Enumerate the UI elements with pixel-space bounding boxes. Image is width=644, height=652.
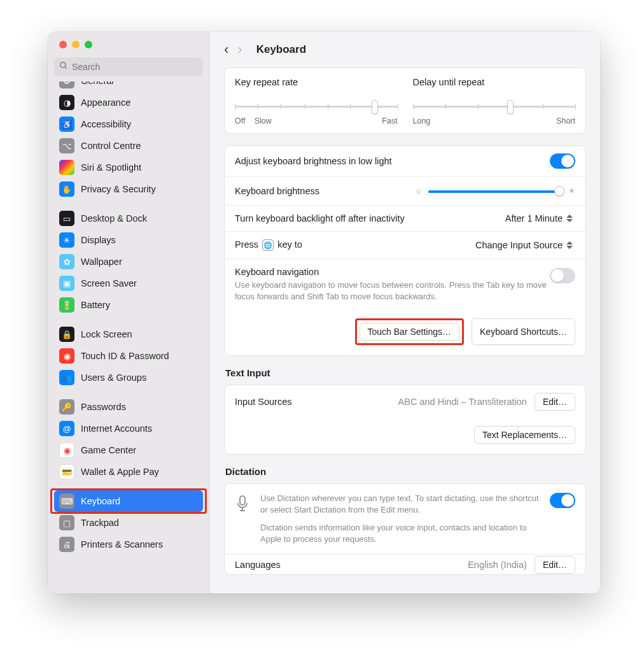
sidebar-item-control-centre[interactable]: ⌥Control Centre xyxy=(54,135,203,157)
battery-icon: 🔋 xyxy=(59,297,74,313)
sidebar-item-label: Wallpaper xyxy=(81,257,122,267)
slider-max-label: Short xyxy=(556,117,575,125)
touch-bar-settings-button[interactable]: Touch Bar Settings… xyxy=(360,323,460,341)
close-window-button[interactable] xyxy=(59,41,67,48)
keyboard-brightness-slider[interactable] xyxy=(428,185,562,197)
sidebar: ⚙General ◑Appearance ♿Accessibility ⌥Con… xyxy=(48,32,210,593)
sidebar-item-wallet[interactable]: 💳Wallet & Apple Pay xyxy=(54,461,203,483)
sidebar-item-label: Passwords xyxy=(81,402,126,412)
keyboard-navigation-description: Use keyboard navigation to move focus be… xyxy=(235,280,550,302)
sidebar-item-label: Privacy & Security xyxy=(81,184,156,194)
sidebar-item-wallpaper[interactable]: ✿Wallpaper xyxy=(54,251,203,273)
keyboard-navigation-toggle[interactable] xyxy=(550,268,575,283)
auto-brightness-toggle[interactable] xyxy=(550,153,575,169)
delay-until-repeat-group: Delay until repeat Long Short xyxy=(413,77,576,125)
flower-icon: ✿ xyxy=(59,254,74,269)
keyboard-brightness-label: Keyboard brightness xyxy=(235,186,319,196)
sidebar-item-lock-screen[interactable]: 🔒Lock Screen xyxy=(54,323,203,345)
dock-icon: ▭ xyxy=(59,211,74,226)
backlight-off-stepper[interactable] xyxy=(566,215,575,222)
keyboard-shortcuts-button[interactable]: Keyboard Shortcuts… xyxy=(472,318,575,345)
siri-icon xyxy=(59,160,74,175)
accessibility-icon: ♿ xyxy=(59,117,74,132)
press-globe-label: Press 🌐 key to xyxy=(235,239,302,251)
sidebar-item-screensaver[interactable]: ▣Screen Saver xyxy=(54,273,203,294)
window-controls xyxy=(48,32,209,57)
press-globe-stepper[interactable] xyxy=(566,241,575,249)
sidebar-item-label: Accessibility xyxy=(81,119,131,129)
header: ‹ › Keyboard xyxy=(210,32,600,67)
brightness-low-icon: ☼ xyxy=(415,187,422,195)
slider-max-label: Fast xyxy=(382,117,397,125)
zoom-window-button[interactable] xyxy=(85,41,92,48)
sidebar-item-internet-accounts[interactable]: @Internet Accounts xyxy=(54,418,203,439)
sidebar-item-label: Displays xyxy=(81,235,116,245)
auto-brightness-label: Adjust keyboard brightness in low light xyxy=(235,156,392,166)
backlight-off-value: After 1 Minute xyxy=(505,213,563,223)
page-title: Keyboard xyxy=(256,43,306,56)
sidebar-item-users-groups[interactable]: 👥Users & Groups xyxy=(54,367,203,388)
key-icon: 🔑 xyxy=(59,399,74,415)
minimize-window-button[interactable] xyxy=(72,41,80,48)
sidebar-list: ⚙General ◑Appearance ♿Accessibility ⌥Con… xyxy=(48,82,209,593)
text-replacements-button[interactable]: Text Replacements… xyxy=(474,426,575,444)
search-input[interactable] xyxy=(72,62,198,72)
sidebar-item-privacy[interactable]: ✋Privacy & Security xyxy=(54,178,203,200)
sidebar-item-touch-id[interactable]: ◉Touch ID & Password xyxy=(54,345,203,367)
input-sources-label: Input Sources xyxy=(235,397,291,407)
sidebar-item-label: Screen Saver xyxy=(81,278,137,288)
keyboard-navigation-label: Keyboard navigation xyxy=(235,267,550,277)
delay-until-repeat-slider[interactable] xyxy=(413,100,576,113)
sidebar-item-label: Game Center xyxy=(81,445,136,455)
input-sources-edit-button[interactable]: Edit… xyxy=(535,393,575,411)
dictation-toggle[interactable] xyxy=(550,493,575,508)
svg-point-0 xyxy=(60,62,66,67)
forward-button[interactable]: › xyxy=(237,41,242,58)
svg-rect-2 xyxy=(240,496,245,505)
keyboard-settings-panel: Adjust keyboard brightness in low light … xyxy=(224,145,586,356)
globe-icon: 🌐 xyxy=(262,239,274,251)
sidebar-item-keyboard[interactable]: ⌨ Keyboard xyxy=(54,490,203,512)
text-input-panel: Input Sources ABC and Hindi – Transliter… xyxy=(224,385,586,455)
sidebar-item-game-center[interactable]: ◉Game Center xyxy=(54,439,203,461)
sidebar-item-desktop-dock[interactable]: ▭Desktop & Dock xyxy=(54,208,203,229)
sidebar-item-appearance[interactable]: ◑Appearance xyxy=(54,92,203,113)
key-repeat-panel: Key repeat rate Off Slow Fast xyxy=(224,67,586,134)
search-icon xyxy=(59,61,68,73)
dictation-heading: Dictation xyxy=(225,466,586,477)
sidebar-item-label: Users & Groups xyxy=(81,372,146,383)
at-icon: @ xyxy=(59,421,74,436)
main-content: ‹ › Keyboard Key repeat rate Off xyxy=(210,32,600,593)
highlight-annotation: Touch Bar Settings… xyxy=(355,318,465,345)
sidebar-item-label: Siri & Spotlight xyxy=(81,162,141,173)
dictation-languages-edit-button[interactable]: Edit… xyxy=(535,556,575,574)
screensaver-icon: ▣ xyxy=(59,276,74,291)
dictation-panel: Use Dictation wherever you can type text… xyxy=(224,483,586,576)
sidebar-item-label: Control Centre xyxy=(81,141,141,151)
sidebar-item-accessibility[interactable]: ♿Accessibility xyxy=(54,113,203,135)
lock-icon: 🔒 xyxy=(59,327,74,342)
wallet-icon: 💳 xyxy=(59,464,74,479)
key-repeat-rate-group: Key repeat rate Off Slow Fast xyxy=(235,77,398,125)
sidebar-item-passwords[interactable]: 🔑Passwords xyxy=(54,396,203,418)
sidebar-item-label: Battery xyxy=(81,300,110,310)
appearance-icon: ◑ xyxy=(59,95,74,110)
sidebar-item-battery[interactable]: 🔋Battery xyxy=(54,294,203,316)
brightness-high-icon: ☀ xyxy=(568,187,575,195)
sidebar-item-displays[interactable]: ☀Displays xyxy=(54,229,203,251)
delay-until-repeat-label: Delay until repeat xyxy=(413,77,576,87)
key-repeat-rate-label: Key repeat rate xyxy=(235,77,398,87)
dictation-description-2: Dictation sends information like your vo… xyxy=(260,522,540,545)
search-field[interactable] xyxy=(54,57,203,76)
sidebar-item-trackpad[interactable]: ▢Trackpad xyxy=(54,512,203,534)
sidebar-item-label: General xyxy=(81,82,114,86)
trackpad-icon: ▢ xyxy=(59,515,74,530)
sidebar-item-printers[interactable]: 🖨Printers & Scanners xyxy=(54,534,203,555)
sun-icon: ☀ xyxy=(59,232,74,248)
sidebar-item-label: Printers & Scanners xyxy=(81,539,163,549)
key-repeat-rate-slider[interactable] xyxy=(235,100,398,113)
sidebar-item-general[interactable]: ⚙General xyxy=(54,82,203,92)
slider-slow-label: Slow xyxy=(255,117,272,125)
sidebar-item-siri[interactable]: Siri & Spotlight xyxy=(54,157,203,178)
back-button[interactable]: ‹ xyxy=(224,41,228,58)
